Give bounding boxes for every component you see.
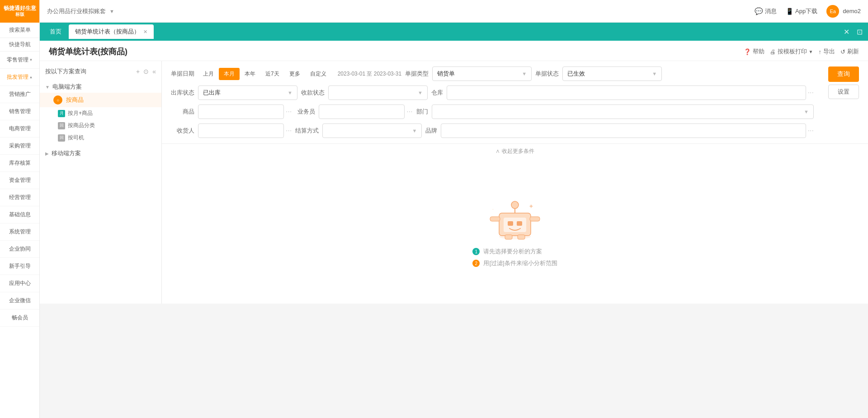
- settlement-select[interactable]: ▼: [322, 124, 422, 138]
- sidebar-item-operations[interactable]: 经营管理: [0, 189, 39, 206]
- main-area: 办公用品行业模拟账套 ▼ 💬 消息 📱 App下载 Ea demo2 首页: [40, 0, 868, 418]
- date-tab-custom[interactable]: 自定义: [305, 68, 331, 80]
- sidebar-item-system[interactable]: 系统管理: [0, 223, 39, 241]
- sidebar-item-ecommerce-label: 电商管理: [9, 125, 31, 133]
- collapse-panel-icon[interactable]: «: [152, 68, 156, 75]
- doc-type-select[interactable]: 销货单 ▼: [432, 66, 532, 81]
- sidebar-item-apps[interactable]: 应用中心: [0, 275, 39, 292]
- date-tab-last-month[interactable]: 上月: [198, 68, 219, 80]
- mobile-scheme-group-label: 移动端方案: [52, 149, 81, 157]
- settings-scheme-icon[interactable]: ⊙: [143, 68, 149, 75]
- sidebar-item-newbie[interactable]: 新手引导: [0, 258, 39, 275]
- tab-sales-stat[interactable]: 销货单统计表（按商品） ✕: [69, 24, 154, 39]
- tab-close-all-button[interactable]: ✕: [842, 26, 851, 38]
- filter-row-1: 单据日期 上月 本月 本年 近7天 更多 自定义: [171, 66, 859, 138]
- export-label: 导出: [823, 48, 835, 56]
- username: demo2: [843, 8, 861, 14]
- sidebar-item-member[interactable]: 畅会员: [0, 309, 39, 327]
- app-download-button[interactable]: 📱 App下载: [786, 7, 817, 15]
- scheme-item-by-product[interactable]: ○ 按商品: [40, 93, 161, 107]
- export-icon: ↑: [819, 48, 822, 55]
- scheme-sub-month-product[interactable]: 月 按月+商品: [40, 107, 161, 119]
- salesperson-dots[interactable]: ···: [406, 108, 412, 116]
- date-tab-this-month[interactable]: 本月: [219, 68, 240, 80]
- sidebar-item-sales[interactable]: 销售管理: [0, 103, 39, 120]
- warehouse-input[interactable]: [447, 86, 806, 100]
- sidebar-item-enterprise[interactable]: 企业协同: [0, 241, 39, 258]
- pc-scheme-group-header[interactable]: ▼ 电脑端方案: [40, 81, 161, 93]
- sidebar-item-sales-label: 销售管理: [9, 108, 31, 115]
- by-product-icon: ○: [53, 95, 62, 104]
- scheme-sub-product-category[interactable]: 回 按商品分类: [40, 119, 161, 132]
- brand-input[interactable]: [441, 124, 806, 138]
- product-dots[interactable]: ···: [286, 108, 292, 116]
- svg-rect-7: [518, 235, 525, 239]
- sidebar-item-member-label: 畅会员: [12, 314, 28, 322]
- department-select[interactable]: ▼: [432, 104, 814, 119]
- message-icon: 💬: [755, 7, 763, 15]
- mobile-scheme-group: ▶ 移动端方案: [40, 146, 161, 161]
- logo: 畅捷通好生意 标版: [0, 0, 39, 23]
- empty-text: 1 请先选择要分析的方案 2 用[过滤]条件来缩小分析范围: [472, 247, 557, 267]
- add-scheme-icon[interactable]: +: [136, 68, 140, 75]
- month-product-icon: 月: [58, 110, 65, 117]
- sidebar-item-enterprise-label: 企业协同: [9, 245, 31, 253]
- tab-home[interactable]: 首页: [43, 24, 68, 39]
- doc-type-value: 销货单: [437, 70, 455, 78]
- sidebar-item-ecommerce[interactable]: 电商管理: [0, 120, 39, 138]
- salesperson-input[interactable]: [319, 104, 405, 119]
- warehouse-dots[interactable]: ···: [808, 89, 814, 97]
- export-button[interactable]: ↑ 导出: [819, 48, 835, 56]
- app-icon: 📱: [786, 8, 793, 15]
- logo-sub: 标版: [15, 11, 24, 18]
- header-dropdown-icon[interactable]: ▼: [109, 9, 114, 14]
- chevron-down-icon: ▼: [29, 58, 33, 62]
- out-status-label: 出库状态: [171, 89, 198, 97]
- receiver-input[interactable]: [198, 124, 284, 138]
- mobile-scheme-group-header[interactable]: ▶ 移动端方案: [40, 147, 161, 159]
- sidebar-item-purchase[interactable]: 采购管理: [0, 138, 39, 155]
- date-tab-more[interactable]: 更多: [284, 68, 305, 80]
- quick-nav-label: 快捷导航: [9, 41, 31, 48]
- sidebar-item-system-label: 系统管理: [9, 228, 31, 236]
- header-subtitle: 办公用品行业模拟账套: [47, 7, 106, 15]
- sidebar-item-retail[interactable]: 零售管理 ▼: [0, 52, 39, 69]
- product-input[interactable]: [198, 104, 284, 119]
- tab-close-icon[interactable]: ✕: [143, 29, 147, 35]
- settings-button[interactable]: 设置: [828, 85, 859, 99]
- brand-dots[interactable]: ···: [808, 127, 814, 135]
- sidebar-item-finance[interactable]: 资金管理: [0, 172, 39, 189]
- sidebar-item-marketing[interactable]: 营销推广: [0, 86, 39, 103]
- avatar: Ea: [826, 5, 839, 18]
- help-button[interactable]: ❓ 帮助: [744, 48, 764, 56]
- out-status-select[interactable]: 已出库 ▼: [198, 86, 297, 100]
- doc-status-arrow-icon: ▼: [652, 71, 657, 76]
- receiver-dots[interactable]: ···: [286, 127, 292, 135]
- refresh-button[interactable]: ↺ 刷新: [840, 48, 859, 56]
- sidebar-item-basic[interactable]: 基础信息: [0, 206, 39, 223]
- quick-nav[interactable]: 快捷导航: [0, 38, 39, 52]
- chevron-up-icon: ▲: [29, 75, 33, 79]
- sidebar-item-wholesale[interactable]: 批发管理 ▲: [0, 69, 39, 86]
- date-tab-this-year[interactable]: 本年: [240, 68, 260, 80]
- sidebar-item-inventory[interactable]: 库存核算: [0, 155, 39, 172]
- template-print-button[interactable]: 🖨 按模板打印 ▼: [770, 48, 813, 56]
- user-area[interactable]: Ea demo2: [826, 5, 861, 18]
- search-menu[interactable]: 搜索菜单: [0, 23, 39, 38]
- payment-status-select[interactable]: ▼: [328, 86, 428, 100]
- sidebar-item-wechat[interactable]: 企业微信: [0, 292, 39, 309]
- date-range: 2023-03-01 至 2023-03-31: [338, 70, 401, 78]
- date-tab-last-7[interactable]: 近7天: [260, 68, 284, 80]
- page-title-bar: 销货单统计表(按商品) ❓ 帮助 🖨 按模板打印 ▼ ↑ 导出: [40, 41, 868, 61]
- doc-status-select[interactable]: 已生效 ▼: [562, 66, 662, 81]
- print-icon: 🖨: [770, 48, 776, 55]
- collapse-bar[interactable]: ∧ 收起更多条件: [162, 143, 868, 159]
- message-button[interactable]: 💬 消息: [755, 7, 777, 15]
- empty-illustration: ✦ ·: [488, 195, 542, 240]
- refresh-label: 刷新: [847, 48, 859, 56]
- tab-minimize-button[interactable]: ⊡: [855, 26, 864, 38]
- tip1-text: 请先选择要分析的方案: [483, 247, 542, 256]
- scheme-sub-by-printer[interactable]: 回 按司机: [40, 132, 161, 144]
- query-button[interactable]: 查询: [828, 66, 859, 82]
- svg-text:✦: ✦: [528, 203, 534, 210]
